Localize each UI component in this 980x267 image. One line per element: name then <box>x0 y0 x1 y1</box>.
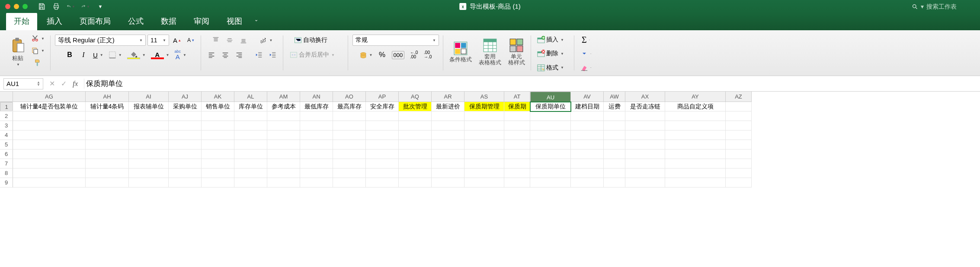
cell[interactable] <box>129 121 169 130</box>
cell[interactable] <box>169 159 202 168</box>
minimize-window-button[interactable] <box>14 4 19 9</box>
fill-button[interactable]: · <box>579 48 593 59</box>
col-header-AT[interactable]: AT <box>504 92 530 102</box>
cell[interactable] <box>726 159 752 168</box>
cell[interactable] <box>432 121 464 130</box>
merge-center-button[interactable]: 合并后居中▼ <box>288 49 344 60</box>
tab-page-layout[interactable]: 页面布局 <box>72 13 118 30</box>
cell[interactable]: 销售单位 <box>202 102 234 111</box>
decrease-indent-button[interactable] <box>253 49 265 60</box>
cell[interactable] <box>604 130 625 140</box>
comma-button[interactable]: 000 <box>390 49 407 60</box>
fill-color-button[interactable]: ▼ <box>125 49 147 60</box>
col-header-AP[interactable]: AP <box>366 92 399 102</box>
col-header-AU[interactable]: AU <box>530 92 571 103</box>
cell[interactable] <box>571 140 604 149</box>
cell[interactable]: 参考成本 <box>267 102 300 111</box>
select-all-corner[interactable] <box>0 92 13 102</box>
cell[interactable] <box>399 111 432 121</box>
cell[interactable] <box>366 111 399 121</box>
cell[interactable] <box>366 149 399 159</box>
cell[interactable] <box>432 111 464 121</box>
col-header-AN[interactable]: AN <box>300 92 333 102</box>
cell[interactable] <box>129 130 169 140</box>
align-center-button[interactable] <box>219 49 231 60</box>
cell[interactable] <box>366 178 399 188</box>
cell[interactable] <box>267 140 300 149</box>
cell[interactable] <box>366 140 399 149</box>
cell[interactable] <box>234 168 267 178</box>
cell[interactable] <box>399 168 432 178</box>
cell[interactable] <box>504 178 530 188</box>
cell[interactable] <box>333 121 366 130</box>
cell[interactable] <box>169 111 202 121</box>
cell[interactable] <box>267 149 300 159</box>
cell[interactable]: 辅计量4条码 <box>86 102 129 111</box>
cell[interactable] <box>625 130 665 140</box>
tab-insert[interactable]: 插入 <box>39 13 70 30</box>
cell[interactable]: 保质期单位 <box>530 102 571 111</box>
cell[interactable] <box>571 159 604 168</box>
name-box[interactable]: AU1 ▲▼ <box>3 78 43 89</box>
cell[interactable] <box>333 111 366 121</box>
cell[interactable]: 安全库存 <box>366 102 399 111</box>
cell[interactable] <box>13 178 86 188</box>
cut-button[interactable]: ▼ <box>29 33 46 44</box>
cell[interactable] <box>267 121 300 130</box>
col-header-AI[interactable]: AI <box>129 92 169 102</box>
cell[interactable] <box>169 178 202 188</box>
cell[interactable] <box>665 178 726 188</box>
cell[interactable] <box>726 178 752 188</box>
tab-view[interactable]: 视图 <box>219 13 250 30</box>
cell[interactable] <box>604 178 625 188</box>
tab-data[interactable]: 数据 <box>153 13 184 30</box>
col-header-AG[interactable]: AG <box>13 92 86 102</box>
row-header[interactable]: 4 <box>0 130 13 140</box>
cell[interactable] <box>665 130 726 140</box>
cell[interactable] <box>665 168 726 178</box>
bold-button[interactable]: B <box>64 49 76 60</box>
cell[interactable]: 是否走冻链 <box>625 102 665 111</box>
cell[interactable]: 保质期管理 <box>464 102 504 111</box>
cell[interactable] <box>234 140 267 149</box>
row-header[interactable]: 6 <box>0 149 13 159</box>
cell[interactable] <box>604 140 625 149</box>
cell[interactable] <box>234 111 267 121</box>
cell[interactable]: 辅计量4是否包装单位 <box>13 102 86 111</box>
cell[interactable] <box>504 159 530 168</box>
cell[interactable] <box>300 159 333 168</box>
copy-button[interactable]: ▼ <box>29 45 46 56</box>
confirm-formula-button[interactable]: ✓ <box>61 79 67 88</box>
cell[interactable] <box>202 121 234 130</box>
cell[interactable] <box>300 178 333 188</box>
cell[interactable] <box>625 168 665 178</box>
cell[interactable] <box>432 140 464 149</box>
cell[interactable] <box>333 168 366 178</box>
cell[interactable] <box>625 149 665 159</box>
col-header-AW[interactable]: AW <box>604 92 625 102</box>
cell[interactable] <box>432 130 464 140</box>
format-painter-button[interactable] <box>29 57 46 68</box>
sheet-search[interactable]: ▾ <box>912 3 974 10</box>
cell[interactable]: 运费 <box>604 102 625 111</box>
cell[interactable] <box>86 121 129 130</box>
delete-cells-button[interactable]: 删除▼ <box>535 48 570 59</box>
autosum-button[interactable]: Σ· <box>580 34 592 45</box>
cell[interactable] <box>86 178 129 188</box>
cell[interactable] <box>604 111 625 121</box>
cell[interactable] <box>571 130 604 140</box>
insert-cells-button[interactable]: 插入▼ <box>535 34 570 45</box>
cell[interactable] <box>530 140 571 149</box>
cell[interactable] <box>13 130 86 140</box>
align-bottom-button[interactable] <box>237 35 250 46</box>
cell[interactable] <box>333 130 366 140</box>
cell[interactable] <box>267 130 300 140</box>
cell[interactable] <box>399 130 432 140</box>
tab-formulas[interactable]: 公式 <box>120 13 151 30</box>
cell[interactable]: 保质期 <box>504 102 530 111</box>
row-header[interactable]: 5 <box>0 140 13 149</box>
cell[interactable] <box>202 140 234 149</box>
phonetic-button[interactable]: abcA▼ <box>173 49 188 60</box>
cell[interactable] <box>504 168 530 178</box>
font-family-select[interactable]: 等线 Regular (正文)▼ <box>55 35 146 46</box>
